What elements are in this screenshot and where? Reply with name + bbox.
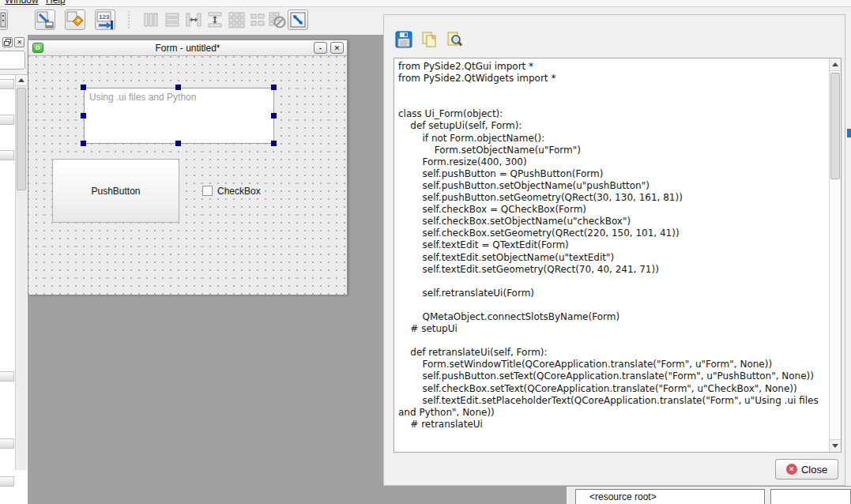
minimize-button[interactable]: - [314, 42, 327, 54]
resource-list[interactable] [770, 489, 851, 504]
dock-float-icon[interactable] [2, 37, 13, 47]
code-scroll-thumb[interactable] [830, 73, 840, 179]
close-button-label: Close [801, 464, 827, 476]
selection-handle[interactable] [271, 113, 277, 118]
scroll-up-icon[interactable] [830, 58, 841, 71]
check-box-widget[interactable]: CheckBox [202, 175, 282, 207]
code-text-area[interactable]: from PySide2.QtGui import * from PySide2… [393, 58, 842, 453]
menubar: Window Help [0, 0, 851, 7]
selection-handle[interactable] [271, 141, 277, 146]
widget-box-category[interactable] [0, 476, 14, 487]
right-edge-strip [845, 14, 851, 486]
toolbar-separator [128, 11, 130, 28]
selection-handle[interactable] [81, 141, 86, 146]
find-icon[interactable] [444, 29, 465, 50]
layout-splitter-horizontal-icon[interactable] [183, 9, 204, 30]
edit-signals-slots-icon[interactable] [35, 9, 55, 30]
widget-filter-input[interactable] [0, 51, 25, 70]
code-viewer-dialog: from PySide2.QtGui import * from PySide2… [383, 14, 845, 486]
edit-buddies-icon[interactable] [65, 9, 85, 30]
copy-icon[interactable] [419, 29, 439, 50]
menu-window[interactable]: Window [5, 0, 39, 6]
widget-box-category[interactable] [0, 115, 14, 125]
dock-close-icon[interactable]: ✕ [14, 37, 24, 47]
generated-code[interactable]: from PySide2.QtGui import * from PySide2… [394, 58, 830, 431]
scroll-up-icon[interactable] [16, 75, 27, 86]
form-window-icon: D [32, 43, 43, 53]
close-dialog-button[interactable]: ✕ Close [775, 459, 838, 480]
text-edit-widget[interactable]: Using .ui files and Python [84, 88, 274, 144]
save-icon[interactable] [393, 29, 414, 50]
layout-grid-icon[interactable] [226, 9, 247, 30]
code-scrollbar[interactable] [829, 58, 841, 452]
widget-box-category[interactable] [0, 79, 14, 89]
adjust-size-icon[interactable] [288, 9, 308, 30]
widget-box-scroll-thumb[interactable] [17, 88, 26, 190]
resource-tree[interactable]: <resource root> [575, 489, 765, 504]
close-window-button[interactable]: ✕ [330, 42, 344, 54]
widget-box-scrollbar[interactable] [15, 75, 27, 470]
form-editor-window: D Form - untitled* - ✕ Using .ui files a… [28, 39, 348, 295]
text-edit-placeholder: Using .ui files and Python [89, 92, 196, 103]
tab-order-label: 123 [99, 13, 110, 21]
push-button-widget[interactable]: PushButton [52, 159, 179, 223]
form-canvas[interactable]: Using .ui files and Python PushButton Ch… [28, 56, 347, 295]
selection-handle[interactable] [81, 113, 86, 118]
menu-help[interactable]: Help [46, 0, 66, 6]
selection-handle[interactable] [175, 141, 181, 146]
form-titlebar[interactable]: D Form - untitled* - ✕ [28, 40, 347, 56]
checkbox-indicator[interactable] [202, 186, 213, 196]
widget-box-panel: ✕ [0, 35, 28, 504]
layout-vertical-icon[interactable] [162, 9, 183, 30]
selection-handle[interactable] [81, 85, 86, 90]
widget-box-list [0, 74, 28, 504]
push-button-label: PushButton [91, 186, 140, 197]
selection-handle[interactable] [175, 85, 181, 90]
break-layout-icon[interactable] [267, 9, 288, 30]
qt-designer-window: Window Help 123 [0, 0, 851, 504]
selection-handle[interactable] [271, 85, 277, 90]
layout-horizontal-icon[interactable] [141, 9, 161, 30]
resource-root-item[interactable]: <resource root> [576, 490, 764, 502]
selection-sliver [847, 129, 851, 137]
scroll-down-icon[interactable] [830, 439, 841, 452]
layout-splitter-vertical-icon[interactable] [205, 9, 225, 30]
close-circle-icon: ✕ [786, 464, 797, 475]
edit-widgets-icon[interactable] [0, 9, 8, 30]
edit-tab-order-icon[interactable]: 123 [95, 9, 115, 30]
resource-browser-panel: <resource root> [567, 486, 851, 504]
check-box-label: CheckBox [217, 186, 261, 197]
widget-box-category[interactable] [0, 438, 14, 449]
widget-box-category[interactable] [0, 150, 14, 160]
form-window-title: Form - untitled* [28, 43, 347, 54]
layout-form-icon[interactable] [247, 9, 268, 30]
widget-box-category[interactable] [0, 371, 14, 382]
